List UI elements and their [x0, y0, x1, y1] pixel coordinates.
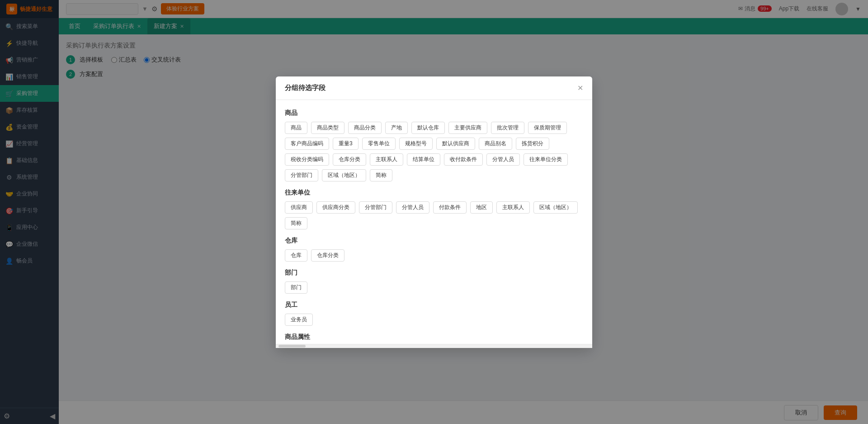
field-tag[interactable]: 保质期管理: [528, 122, 567, 134]
field-grid-department: 部门: [285, 281, 583, 294]
field-grid-warehouse: 仓库 仓库分类: [285, 249, 583, 262]
modal-overlay[interactable]: 分组待选字段 ✕ 商品 商品 商品类型 商品分类 产地 默认仓库 主要供应商 批…: [0, 0, 868, 424]
section-title-product: 商品: [285, 109, 583, 117]
section-title-counterpart: 往来单位: [285, 189, 583, 197]
field-tag[interactable]: 商品分类: [348, 122, 382, 134]
field-tag[interactable]: 客户商品编码: [285, 138, 329, 150]
modal-title: 分组待选字段: [285, 84, 326, 92]
section-title-product-attr: 商品属性: [285, 333, 583, 341]
field-tag[interactable]: 商品类型: [311, 122, 344, 134]
field-tag[interactable]: 仓库分类: [333, 153, 366, 166]
field-tag[interactable]: 收付款条件: [444, 153, 483, 166]
field-tag[interactable]: 往来单位分类: [524, 153, 568, 166]
section-title-employee: 员工: [285, 301, 583, 309]
field-tag[interactable]: 主要供应商: [448, 122, 487, 134]
field-tag[interactable]: 供应商分类: [316, 201, 355, 214]
field-tag[interactable]: 结算单位: [407, 153, 440, 166]
field-tag[interactable]: 默认仓库: [411, 122, 445, 134]
modal-header: 分组待选字段 ✕: [276, 76, 592, 100]
field-tag[interactable]: 主联系人: [496, 201, 530, 214]
field-grid-product: 商品 商品类型 商品分类 产地 默认仓库 主要供应商 批次管理 保质期管理 客户…: [285, 122, 583, 181]
field-grid-counterpart: 供应商 供应商分类 分管部门 分管人员 付款条件 地区 主联系人 区域（地区） …: [285, 201, 583, 229]
modal-close-icon[interactable]: ✕: [577, 84, 583, 92]
field-tag[interactable]: 默认供应商: [436, 138, 475, 150]
field-tag[interactable]: 地区: [470, 201, 493, 214]
section-title-warehouse: 仓库: [285, 237, 583, 245]
field-tag[interactable]: 分管人员: [396, 201, 429, 214]
field-tag[interactable]: 重量3: [333, 138, 359, 150]
field-tag[interactable]: 商品: [285, 122, 307, 134]
modal-body: 商品 商品 商品类型 商品分类 产地 默认仓库 主要供应商 批次管理 保质期管理…: [276, 100, 592, 344]
field-tag[interactable]: 简称: [370, 169, 392, 181]
field-tag[interactable]: 区域（地区）: [322, 169, 366, 181]
field-tag[interactable]: 简称: [285, 217, 307, 229]
field-tag[interactable]: 税收分类编码: [285, 153, 329, 166]
field-tag[interactable]: 区域（地区）: [533, 201, 578, 214]
field-tag[interactable]: 供应商: [285, 201, 313, 214]
field-tag[interactable]: 规格型号: [399, 138, 433, 150]
field-tag[interactable]: 拣货积分: [516, 138, 549, 150]
modal-hscroll[interactable]: [276, 344, 592, 348]
field-tag[interactable]: 分管人员: [486, 153, 520, 166]
field-tag[interactable]: 分管部门: [359, 201, 392, 214]
section-title-department: 部门: [285, 269, 583, 277]
field-tag[interactable]: 主联系人: [370, 153, 403, 166]
field-tag[interactable]: 业务员: [285, 314, 313, 326]
field-tag[interactable]: 商品别名: [479, 138, 512, 150]
field-tag[interactable]: 仓库: [285, 249, 307, 262]
field-tag[interactable]: 付款条件: [433, 201, 467, 214]
field-tag[interactable]: 批次管理: [491, 122, 524, 134]
field-tag[interactable]: 产地: [385, 122, 408, 134]
field-tag[interactable]: 仓库分类: [311, 249, 344, 262]
modal-hscroll-thumb[interactable]: [278, 345, 306, 348]
field-grid-employee: 业务员: [285, 314, 583, 326]
field-tag[interactable]: 部门: [285, 281, 307, 294]
field-tag[interactable]: 分管部门: [285, 169, 318, 181]
modal: 分组待选字段 ✕ 商品 商品 商品类型 商品分类 产地 默认仓库 主要供应商 批…: [276, 76, 592, 348]
field-tag[interactable]: 零售单位: [362, 138, 396, 150]
